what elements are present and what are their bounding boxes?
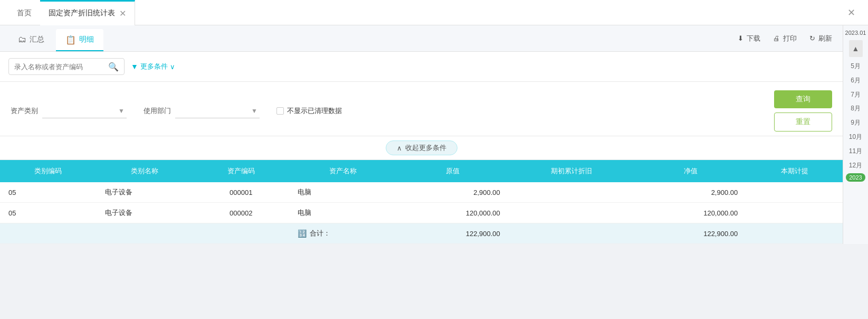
asset-category-arrow-icon: ▼ (118, 107, 125, 115)
print-icon: 🖨 (773, 34, 780, 42)
detail-icon: 📋 (65, 35, 76, 45)
refresh-button[interactable]: ↻ 刷新 (809, 34, 832, 43)
col-asset-code: 资产编码 (193, 160, 289, 182)
cell-asset-code: 000002 (193, 203, 289, 223)
total-label-cell: 🔢 合计： (289, 223, 397, 244)
tab-bar: 🗂 汇总 📋 明细 ⬇ 下载 🖨 打印 ↻ 刷新 (0, 25, 843, 52)
refresh-label: 刷新 (818, 34, 832, 43)
month-11[interactable]: 11月 (843, 144, 868, 158)
col-category-name: 类别名称 (97, 160, 193, 182)
download-icon: ⬇ (738, 34, 743, 42)
tab-summary-label: 汇总 (30, 35, 44, 44)
search-bar: 🔍 ▼ 更多条件 ∨ (0, 52, 843, 82)
data-table: 类别编码 类别名称 资产编码 资产名称 原值 期初累计折旧 净值 本期计提 05 (0, 160, 843, 244)
home-tab[interactable]: 首页 (8, 0, 40, 25)
collapse-label: 收起更多条件 (405, 143, 446, 153)
hide-cleared-label: 不显示已清理数据 (287, 106, 342, 116)
table-header-row: 类别编码 类别名称 资产编码 资产名称 原值 期初累计折旧 净值 本期计提 (0, 160, 843, 182)
window-close-button[interactable]: ✕ (847, 7, 855, 18)
cell-category-name: 电子设备 (97, 203, 193, 223)
col-original-value: 原值 (397, 160, 509, 182)
cell-original-value: 120,000.00 (397, 203, 509, 223)
download-button[interactable]: ⬇ 下载 (738, 34, 760, 43)
total-icon: 🔢 (298, 229, 307, 238)
table-wrap: 类别编码 类别名称 资产编码 资产名称 原值 期初累计折旧 净值 本期计提 05 (0, 160, 843, 244)
toolbar-right: ⬇ 下载 🖨 打印 ↻ 刷新 (738, 34, 832, 43)
search-input[interactable] (14, 63, 108, 71)
tab-summary[interactable]: 🗂 汇总 (8, 29, 54, 51)
date-year-label: 2023.01 (844, 27, 867, 38)
col-asset-name: 资产名称 (289, 160, 397, 182)
month-6[interactable]: 6月 (843, 73, 868, 88)
reset-button[interactable]: 重置 (774, 112, 832, 132)
asset-category-filter: 资产类别 ▼ (11, 104, 127, 118)
active-tab[interactable]: 固定资产折旧统计表 ✕ (40, 0, 135, 25)
conditions-row: 资产类别 ▼ 使用部门 ▼ 不显示已清理数据 (11, 90, 832, 132)
table-row: 05 电子设备 000001 电脑 2,900.00 2,900.00 (0, 182, 843, 203)
refresh-icon: ↻ (809, 34, 815, 42)
conditions-area: 资产类别 ▼ 使用部门 ▼ 不显示已清理数据 (0, 82, 843, 136)
collapse-icon: ∧ (397, 144, 402, 152)
total-net-value: 122,900.00 (635, 223, 746, 244)
query-button[interactable]: 查询 (774, 90, 832, 108)
page-layout: 🗂 汇总 📋 明细 ⬇ 下载 🖨 打印 ↻ 刷新 (0, 25, 868, 244)
tab-close-icon[interactable]: ✕ (119, 8, 126, 18)
department-label: 使用部门 (144, 106, 171, 116)
department-arrow-icon: ▼ (251, 107, 257, 115)
top-nav: 首页 固定资产折旧统计表 ✕ ✕ (0, 0, 868, 25)
total-label-text: 合计： (310, 229, 330, 238)
print-label: 打印 (783, 34, 797, 43)
summary-icon: 🗂 (18, 35, 26, 44)
print-button[interactable]: 🖨 打印 (773, 34, 797, 43)
col-accumulated-depreciation: 期初累计折旧 (509, 160, 635, 182)
date-sidebar: 2023.01 ▲ 5月 6月 7月 8月 9月 10月 11月 12月 202… (843, 25, 868, 244)
date-nav-up-icon[interactable]: ▲ (849, 40, 863, 57)
cell-accumulated-depreciation (509, 182, 635, 203)
department-filter: 使用部门 ▼ (144, 104, 260, 118)
col-current-depreciation: 本期计提 (746, 160, 843, 182)
asset-category-label: 资产类别 (11, 106, 38, 116)
checkbox-box (276, 107, 284, 115)
total-row: 🔢 合计： 122,900.00 122,900.00 (0, 223, 843, 244)
cell-asset-name: 电脑 (289, 182, 397, 203)
month-8[interactable]: 8月 (843, 101, 868, 116)
month-12[interactable]: 12月 (843, 158, 868, 173)
month-7[interactable]: 7月 (843, 88, 868, 102)
cell-current-depreciation (746, 182, 843, 203)
collapse-button[interactable]: ∧ 收起更多条件 (386, 140, 457, 155)
col-category-code: 类别编码 (0, 160, 97, 182)
search-input-wrap[interactable]: 🔍 (8, 58, 125, 75)
year-badge[interactable]: 2023 (846, 173, 865, 182)
total-original-value: 122,900.00 (397, 223, 509, 244)
collapse-bar: ∧ 收起更多条件 (0, 136, 843, 160)
download-label: 下载 (747, 34, 760, 43)
table-row: 05 电子设备 000002 电脑 120,000.00 120,000.00 (0, 203, 843, 223)
department-select[interactable]: ▼ (175, 104, 260, 118)
month-9[interactable]: 9月 (843, 116, 868, 130)
cell-original-value: 2,900.00 (397, 182, 509, 203)
month-10[interactable]: 10月 (843, 130, 868, 144)
action-buttons: 查询 重置 (774, 90, 832, 132)
total-icon-cell (0, 223, 289, 244)
cell-asset-name: 电脑 (289, 203, 397, 223)
total-accumulated (509, 223, 635, 244)
tab-detail-label: 明细 (79, 35, 94, 44)
tab-title: 固定资产折旧统计表 (49, 8, 115, 18)
content-area: 🗂 汇总 📋 明细 ⬇ 下载 🖨 打印 ↻ 刷新 (0, 25, 843, 244)
chevron-down-icon: ∨ (170, 63, 175, 71)
month-5[interactable]: 5月 (843, 59, 868, 73)
asset-category-select[interactable]: ▼ (42, 104, 127, 118)
cell-category-name: 电子设备 (97, 182, 193, 203)
filter-icon: ▼ (131, 62, 138, 71)
more-conditions-label: 更多条件 (140, 62, 168, 71)
cell-net-value: 120,000.00 (635, 203, 746, 223)
hide-cleared-checkbox[interactable]: 不显示已清理数据 (276, 106, 342, 116)
tab-detail[interactable]: 📋 明细 (56, 29, 103, 51)
cell-accumulated-depreciation (509, 203, 635, 223)
cell-asset-code: 000001 (193, 182, 289, 203)
total-current-depreciation (746, 223, 843, 244)
col-net-value: 净值 (635, 160, 746, 182)
search-icon[interactable]: 🔍 (108, 62, 119, 72)
cell-category-code: 05 (0, 203, 97, 223)
more-conditions-button[interactable]: ▼ 更多条件 ∨ (131, 62, 175, 71)
